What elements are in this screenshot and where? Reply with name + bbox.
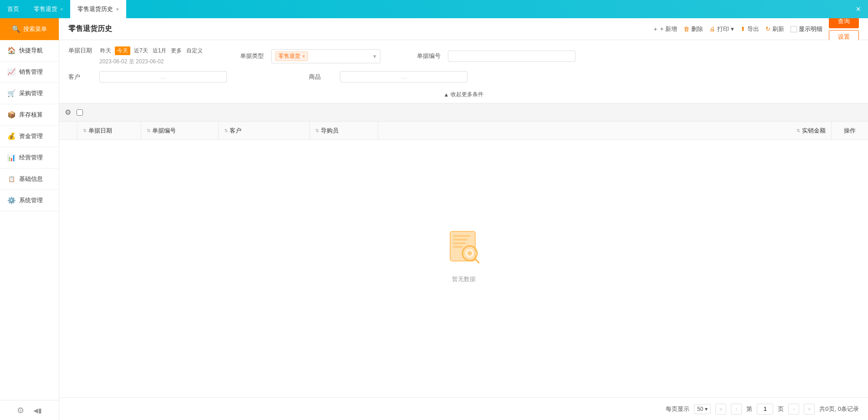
- print-dropdown-icon: ▾: [731, 26, 734, 32]
- system-icon: ⚙️: [7, 196, 15, 205]
- per-page-dropdown-icon: ▾: [705, 406, 708, 412]
- refresh-button[interactable]: ↻ 刷新: [765, 25, 784, 33]
- doc-type-tag: 零售退货 ×: [275, 51, 308, 61]
- page-header: 零售退货历史 ＋ + 新增 🗑 删除 🖨 打印 ▾ ⬆ 导出: [59, 18, 868, 40]
- tab-retail-return[interactable]: 零售退货 ×: [26, 0, 70, 18]
- volume-bottom-icon[interactable]: ◀▮: [33, 407, 42, 414]
- per-page-label: 每页显示: [666, 405, 689, 413]
- date-btn-1month[interactable]: 近1月: [152, 46, 168, 55]
- date-btn-more[interactable]: 更多: [170, 46, 183, 55]
- goods-label: 商品: [309, 73, 336, 81]
- date-btn-custom[interactable]: 自定义: [185, 46, 204, 55]
- new-button[interactable]: ＋ + 新增: [652, 25, 677, 33]
- sidebar-item-purchase[interactable]: 🛒 采购管理: [0, 83, 59, 104]
- delete-button[interactable]: 🗑 删除: [683, 25, 703, 33]
- query-button[interactable]: 查询: [829, 18, 859, 28]
- th-date[interactable]: ⇅ 单据日期: [77, 122, 141, 139]
- date-btn-7days[interactable]: 近7天: [133, 46, 149, 55]
- sidebar-item-operations[interactable]: 📊 经营管理: [0, 147, 59, 169]
- next-page-button[interactable]: ›: [788, 404, 799, 415]
- sidebar: 🔍 搜索菜单 🏠 快捷导航 📈 销售管理 🛒 采购管理 📦 库存核算 💰: [0, 18, 59, 420]
- refresh-icon: ↻: [765, 26, 770, 32]
- basic-info-icon: 📋: [7, 175, 15, 183]
- pagination-bar: 每页显示 50 ▾ « ‹ 第 页 › » 共0页, 0条记录: [59, 397, 868, 420]
- sidebar-item-label: 基础信息: [19, 175, 43, 183]
- tab-retail-return-history[interactable]: 零售退货历史 ×: [70, 0, 126, 18]
- page-unit: 页: [778, 405, 784, 413]
- date-filter-label: 单据日期: [68, 46, 96, 55]
- show-detail-checkbox[interactable]: [791, 26, 797, 32]
- date-btn-yesterday[interactable]: 昨天: [99, 46, 112, 55]
- collapse-button[interactable]: ▲ 收起更多条件: [444, 91, 484, 98]
- goods-input[interactable]: ...: [340, 71, 467, 82]
- doc-type-tag-close[interactable]: ×: [302, 54, 305, 59]
- client-filter: 客户 ...: [68, 71, 227, 82]
- sidebar-item-basic-info[interactable]: 📋 基础信息: [0, 169, 59, 190]
- date-btn-today[interactable]: 今天: [115, 46, 130, 55]
- print-icon: 🖨: [709, 26, 715, 32]
- export-button[interactable]: ⬆ 导出: [740, 25, 759, 33]
- close-tab-retail-return-icon[interactable]: ×: [60, 6, 63, 12]
- prev-page-button[interactable]: ‹: [731, 404, 742, 415]
- goods-filter: 商品 ...: [309, 71, 467, 82]
- collapse-label: 收起更多条件: [451, 91, 483, 98]
- search-icon: 🔍: [12, 25, 21, 33]
- page-label: 第: [746, 405, 752, 413]
- date-filter: 单据日期 昨天 今天 近7天 近1月 更多 自定义 2023-06-02 至 2…: [68, 46, 204, 66]
- window-close-button[interactable]: ×: [848, 5, 868, 14]
- collapse-up-icon: ▲: [444, 92, 449, 98]
- sidebar-item-label: 快捷导航: [19, 46, 43, 55]
- settings-bottom-icon[interactable]: ⚙: [17, 405, 24, 415]
- table-container: ⚙ ⇅ 单据日期 ⇅ 单据编号 ⇅ 客户 ⇅: [59, 103, 868, 420]
- sidebar-item-sales[interactable]: 📈 销售管理: [0, 61, 59, 83]
- delete-icon: 🗑: [683, 26, 689, 32]
- sidebar-search[interactable]: 🔍 搜索菜单: [0, 18, 59, 40]
- th-client[interactable]: ⇅ 客户: [219, 122, 310, 139]
- client-input[interactable]: ...: [99, 71, 227, 82]
- top-bar: 首页 零售退货 × 零售退货历史 × ×: [0, 0, 868, 18]
- sort-client-icon: ⇅: [224, 128, 228, 133]
- filter-row-2: 客户 ... 商品 ...: [68, 71, 859, 82]
- svg-point-8: [467, 251, 472, 256]
- select-all-checkbox[interactable]: [77, 109, 83, 116]
- doc-no-filter: 单据编号: [417, 51, 575, 62]
- doc-no-input[interactable]: [448, 51, 575, 62]
- sidebar-item-finance[interactable]: 💰 资金管理: [0, 126, 59, 147]
- sidebar-item-label: 销售管理: [19, 68, 43, 76]
- sales-icon: 📈: [7, 68, 15, 76]
- show-detail-label-text: 显示明细: [799, 25, 822, 33]
- finance-icon: 💰: [7, 132, 15, 140]
- svg-rect-1: [453, 235, 470, 237]
- page-number-input[interactable]: [757, 404, 773, 415]
- table-settings-icon[interactable]: ⚙: [65, 108, 71, 117]
- doc-type-filter: 单据类型 零售退货 × ▾: [240, 49, 380, 63]
- svg-rect-3: [453, 242, 466, 244]
- sidebar-item-system[interactable]: ⚙️ 系统管理: [0, 190, 59, 211]
- date-shortcuts: 昨天 今天 近7天 近1月 更多 自定义: [99, 46, 204, 55]
- inventory-icon: 📦: [7, 111, 15, 119]
- main-layout: 🔍 搜索菜单 🏠 快捷导航 📈 销售管理 🛒 采购管理 📦 库存核算 💰: [0, 18, 868, 420]
- sidebar-item-quick-nav[interactable]: 🏠 快捷导航: [0, 40, 59, 61]
- th-amount[interactable]: ⇅ 实销金额: [378, 122, 832, 139]
- page-title: 零售退货历史: [68, 24, 112, 34]
- print-button[interactable]: 🖨 打印 ▾: [709, 25, 734, 33]
- doc-type-label: 单据类型: [240, 52, 267, 60]
- sidebar-item-label: 资金管理: [19, 132, 43, 140]
- close-tab-retail-return-history-icon[interactable]: ×: [116, 6, 118, 12]
- doc-type-select[interactable]: 零售退货 × ▾: [271, 49, 380, 63]
- doc-no-label: 单据编号: [417, 52, 444, 60]
- empty-text: 暂无数据: [452, 275, 476, 283]
- sidebar-bottom: ⚙ ◀▮: [0, 400, 59, 420]
- plus-icon: ＋: [652, 25, 658, 33]
- sidebar-nav: 🏠 快捷导航 📈 销售管理 🛒 采购管理 📦 库存核算 💰 资金管理 📊: [0, 40, 59, 400]
- tab-home[interactable]: 首页: [0, 0, 26, 18]
- filter-row-1: 单据日期 昨天 今天 近7天 近1月 更多 自定义 2023-06-02 至 2…: [68, 46, 859, 66]
- show-detail-toggle[interactable]: 显示明细: [791, 25, 822, 33]
- empty-illustration: [441, 227, 487, 268]
- first-page-button[interactable]: «: [715, 404, 726, 415]
- last-page-button[interactable]: »: [804, 404, 815, 415]
- sidebar-item-inventory[interactable]: 📦 库存核算: [0, 104, 59, 126]
- th-guide[interactable]: ⇅ 导购员: [310, 122, 378, 139]
- th-doc-no[interactable]: ⇅ 单据编号: [141, 122, 219, 139]
- per-page-select[interactable]: 50 ▾: [694, 404, 711, 414]
